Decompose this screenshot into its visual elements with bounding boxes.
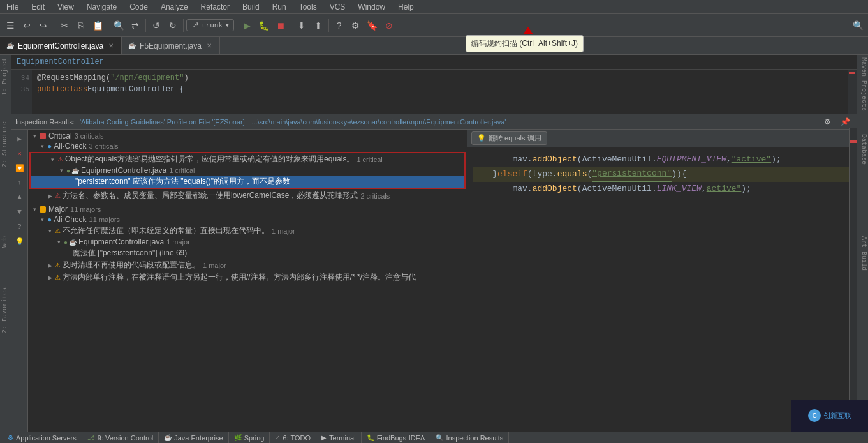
status-version-control[interactable]: ⎇ 9: Version Control	[82, 432, 159, 443]
menu-view[interactable]: View	[54, 1, 78, 13]
toolbar-copy-btn[interactable]: ⎘	[73, 18, 89, 33]
sep1	[54, 19, 54, 32]
terminal-icon: ▶	[321, 434, 327, 441]
tree-content: ▾ Critical 3 criticals ▾ ● Ali-Check 3 c…	[28, 130, 467, 432]
toolbar-vcs-commit-btn[interactable]: ⬆	[311, 18, 326, 33]
menu-code[interactable]: Code	[126, 1, 152, 13]
toolbar-search-btn[interactable]: 🔍	[111, 18, 126, 33]
tree-up-btn[interactable]: ▲	[13, 191, 26, 204]
equipment-const: EQUIPMENT_VIEW	[657, 153, 726, 167]
tab-equipment-controller[interactable]: ☕ EquipmentController.java ✕	[0, 37, 122, 54]
sidebar-artbuild-label[interactable]: Art Build	[857, 234, 868, 273]
menu-build[interactable]: Build	[239, 1, 263, 13]
major-rule-3[interactable]: ▶ ⚠ 方法内部单行注释，在被注释语句上方另起一行，使用//注释。方法内部多行注…	[28, 271, 467, 283]
action-equals-btn[interactable]: 💡 翻转 equals 调用	[471, 131, 547, 145]
toolbar-redo-btn[interactable]: ↻	[165, 18, 180, 33]
menu-window[interactable]: Window	[354, 1, 389, 13]
toolbar-search-everywhere-btn[interactable]: 🔍	[850, 18, 865, 33]
toolbar-back-btn[interactable]: ↩	[19, 18, 34, 33]
ali-check-critical[interactable]: ▾ ● Ali-Check 3 criticals	[28, 141, 467, 151]
major-rule1-text: 不允许任何魔法值（即未经定义的常量）直接出现在代码中。	[63, 225, 269, 236]
sidebar-favorites-label[interactable]: 2: Favorites	[0, 285, 11, 336]
toolbar-cancel-btn[interactable]: ⊘	[381, 18, 397, 33]
comma1: ,	[726, 153, 732, 167]
toolbar-settings-btn[interactable]: ⚙	[348, 18, 364, 33]
toolbar-help-btn[interactable]: ?	[332, 18, 347, 33]
tab-f5equipment[interactable]: ☕ F5Equipment.java ✕	[122, 37, 220, 54]
highlighted-rule-section: ▾ ⚠ Object的equals方法容易抛空指针异常，应使用常量或确定有值的对…	[29, 152, 466, 189]
tree-filter-btn[interactable]: 🔽	[13, 161, 26, 174]
status-terminal[interactable]: ▶ Terminal	[316, 432, 362, 443]
menu-run[interactable]: Run	[268, 1, 290, 13]
toolbar-forward-btn[interactable]: ↪	[36, 18, 51, 33]
inspection-tree: ▶ ✕ 🔽 ↑ ▲ ▼ ? 💡 ▾	[11, 130, 467, 432]
ali-check-major[interactable]: ▾ ● Ali-Check 11 majors	[28, 214, 467, 225]
status-app-servers[interactable]: ⚙ Application Servers	[3, 432, 82, 443]
tree-hint-btn[interactable]: 💡	[13, 235, 26, 248]
major-rule1-file[interactable]: ▾ ● ☕ EquipmentController.java 1 major	[28, 237, 467, 247]
toolbar-vcs-update-btn[interactable]: ⬇	[294, 18, 309, 33]
major-rule-2[interactable]: ▶ ⚠ 及时清理不再使用的代码段或配置信息。 1 major	[28, 259, 467, 271]
menu-file[interactable]: File	[3, 1, 22, 13]
major-count: 11 majors	[70, 206, 101, 213]
menu-tools[interactable]: Tools	[295, 1, 321, 13]
sidebar-web-label[interactable]: Web	[0, 234, 11, 250]
sidebar-database-label[interactable]: Database	[857, 131, 868, 167]
status-inspection-results[interactable]: 🔍 Inspection Results	[430, 432, 509, 443]
inspection-pin-btn[interactable]: 📌	[837, 114, 853, 130]
inspection-settings-btn[interactable]: ⚙	[820, 114, 835, 130]
menu-navigate[interactable]: Navigate	[83, 1, 121, 13]
right-scrollbar[interactable]	[849, 130, 857, 432]
major-issue-1[interactable]: 魔法值 ["persistentconn"] (line 69)	[28, 247, 467, 259]
toolbar-undo-btn[interactable]: ↺	[149, 18, 164, 33]
status-findbugs[interactable]: 🐛 FindBugs-IDEA	[362, 432, 431, 443]
menu-refactor[interactable]: Refactor	[197, 1, 233, 13]
rule1-file[interactable]: ▾ ● ☕ EquipmentController.java 1 critica…	[31, 165, 464, 176]
menu-help[interactable]: Help	[394, 1, 418, 13]
major-issue1-expand	[64, 250, 71, 257]
status-java-enterprise[interactable]: ☕ Java Enterprise	[159, 432, 228, 443]
tab-label-2: F5Equipment.java	[140, 41, 202, 50]
toolbar-menu-btn[interactable]: ☰	[3, 18, 18, 33]
menu-vcs[interactable]: VCS	[326, 1, 349, 13]
rule1-file-expand: ▾	[57, 167, 65, 174]
toolbar-stop-btn[interactable]: ⏹	[273, 18, 288, 33]
tooltip-text: 编码规约扫描 (Ctrl+Alt+Shift+J)	[471, 39, 578, 48]
toolbar-replace-btn[interactable]: ⇄	[128, 18, 143, 33]
toolbar-run-btn[interactable]: ▶	[240, 18, 255, 33]
critical-header[interactable]: ▾ Critical 3 criticals	[28, 131, 467, 141]
toolbar-paste-btn[interactable]: 📋	[90, 18, 105, 33]
sidebar-maven-label[interactable]: Maven Projects	[857, 55, 868, 114]
rule1-issue[interactable]: "persistentconn" 应该作为方法 "equals()"的调用方，而…	[31, 176, 464, 188]
tab-close-1[interactable]: ✕	[107, 41, 115, 50]
status-spring[interactable]: 🌿 Spring	[229, 432, 270, 443]
code-editor[interactable]: @RequestMapping("/npm/equipment") public…	[32, 70, 848, 114]
tree-help-btn[interactable]: ?	[13, 220, 26, 233]
logo-area: C 创新互联	[791, 400, 868, 432]
major-rule-1[interactable]: ▾ ⚠ 不允许任何魔法值（即未经定义的常量）直接出现在代码中。 1 major	[28, 225, 467, 237]
menu-analyze[interactable]: Analyze	[157, 1, 192, 13]
tab-close-2[interactable]: ✕	[205, 41, 213, 50]
sidebar-structure-label[interactable]: 2: Structure	[0, 119, 11, 170]
critical-count: 3 criticals	[75, 132, 104, 140]
menu-edit[interactable]: Edit	[27, 1, 48, 13]
tree-export-btn[interactable]: ↑	[13, 176, 26, 189]
toolbar-debug-btn[interactable]: 🐛	[256, 18, 272, 33]
critical-rule-1[interactable]: ▾ ⚠ Object的equals方法容易抛空指针异常，应使用常量或确定有值的对…	[31, 153, 464, 165]
sidebar-project-label[interactable]: 1: Project	[0, 55, 11, 98]
toolbar-cut-btn[interactable]: ✂	[57, 18, 72, 33]
major-header[interactable]: ▾ Major 11 majors	[28, 204, 467, 214]
toolbar-inspect-btn[interactable]: 🔖	[365, 18, 380, 33]
rule2-count: 2 criticals	[360, 192, 390, 200]
critical-rule-2[interactable]: ▶ ⚠ 方法名、参数名、成员变量、局部变量都统一使用lowerCamelCase…	[28, 190, 467, 202]
status-todo[interactable]: ✓ 6: TODO	[270, 432, 316, 443]
tree-down-btn[interactable]: ▼	[13, 206, 26, 218]
major-rule1-severity-icon: ⚠	[55, 227, 61, 234]
right-code-view[interactable]: mav.addObject(ActiveMenuUtil.EQUIPMENT_V…	[467, 147, 857, 432]
vcs-branch[interactable]: ⎇ trunk ▾	[186, 19, 234, 31]
tree-collapse-all-btn[interactable]: ✕	[13, 147, 26, 160]
rule1-text: Object的equals方法容易抛空指针异常，应使用常量或确定有值的对象来调用…	[65, 154, 354, 165]
rule1-file-java-icon: ☕	[71, 167, 79, 174]
tree-expand-all-btn[interactable]: ▶	[13, 132, 26, 145]
active-menu-class: ActiveMenuUtil	[582, 153, 652, 167]
